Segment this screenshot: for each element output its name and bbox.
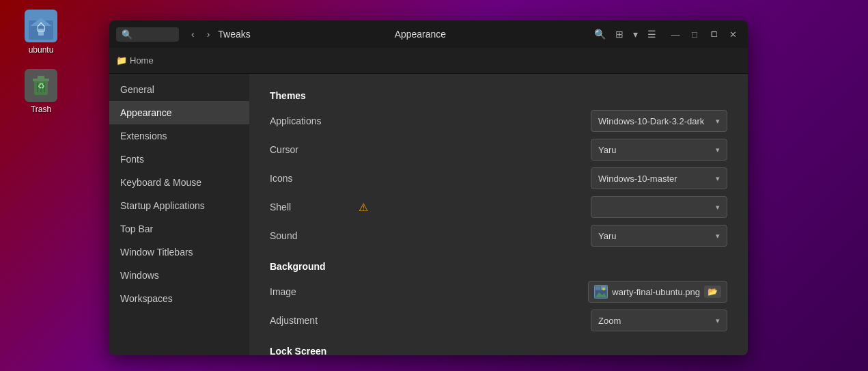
sound-label: Sound	[270, 230, 352, 241]
app-title: Tweaks	[218, 29, 250, 40]
desktop-icon-home[interactable]: ubuntu	[14, 5, 68, 59]
sidebar-item-general[interactable]: General	[109, 78, 249, 101]
search-input[interactable]	[132, 29, 173, 40]
shell-dropdown-arrow: ▾	[716, 203, 720, 212]
cursor-label: Cursor	[270, 144, 352, 155]
icons-row: Icons Windows-10-master ▾	[270, 167, 727, 190]
bg-image-control: warty-final-ubuntu.png 📂	[588, 281, 727, 303]
close-button[interactable]: ✕	[725, 26, 741, 42]
bg-image-browse-button[interactable]: 📂	[704, 286, 721, 298]
svg-rect-12	[596, 286, 600, 290]
window-controls: — □ ⧠ ✕	[667, 26, 741, 42]
svg-rect-6	[38, 76, 44, 79]
themes-header: Themes	[270, 90, 727, 101]
view-toggle-button[interactable]: ▾	[629, 26, 642, 42]
bg-adjustment-dropdown[interactable]: Zoom ▾	[591, 310, 727, 331]
sidebar-item-extensions[interactable]: Extensions	[109, 124, 249, 148]
sound-dropdown[interactable]: Yaru ▾	[591, 225, 727, 247]
sidebar-item-startup-applications[interactable]: Startup Applications	[109, 194, 249, 217]
trash-icon-label: Trash	[31, 105, 51, 114]
icons-label: Icons	[270, 173, 352, 184]
applications-dropdown-arrow: ▾	[716, 117, 720, 126]
trash-icon: ♻	[25, 69, 57, 102]
menu-button[interactable]: ☰	[643, 26, 660, 42]
search-bar[interactable]: 🔍	[116, 27, 179, 42]
cursor-dropdown[interactable]: Yaru ▾	[591, 139, 727, 161]
shell-row: Shell ⚠ ▾	[270, 195, 727, 219]
header-bar: 📁 Home	[109, 48, 748, 74]
sidebar-item-fonts[interactable]: Fonts	[109, 148, 249, 171]
icons-value: Windows-10-master	[598, 174, 677, 184]
sidebar-item-top-bar[interactable]: Top Bar	[109, 217, 249, 241]
search-toggle-button[interactable]: 🔍	[590, 26, 610, 42]
maximize-button[interactable]: ⧠	[705, 26, 722, 42]
sidebar-item-window-titlebars[interactable]: Window Titlebars	[109, 241, 249, 264]
tweaks-window: 🔍 ‹ › Tweaks Appearance 🔍 ⊞ ▾ ☰ — □ ⧠ ✕ …	[109, 20, 748, 355]
home-folder-icon	[25, 10, 57, 42]
shell-label: Shell	[270, 202, 352, 212]
icons-dropdown-arrow: ▾	[716, 174, 720, 183]
bg-image-picker[interactable]: warty-final-ubuntu.png 📂	[588, 281, 727, 303]
forward-button[interactable]: ›	[203, 26, 214, 42]
background-header: Background	[270, 261, 727, 272]
back-button[interactable]: ‹	[187, 26, 199, 42]
titlebar: 🔍 ‹ › Tweaks Appearance 🔍 ⊞ ▾ ☰ — □ ⧠ ✕	[109, 20, 748, 48]
icons-control: Windows-10-master ▾	[591, 167, 727, 189]
svg-point-16	[602, 288, 605, 290]
window-title: Appearance	[251, 29, 590, 40]
lock-screen-header: Lock Screen	[270, 346, 727, 355]
svg-marker-2	[30, 18, 52, 26]
sound-row: Sound Yaru ▾	[270, 224, 727, 247]
cursor-control: Yaru ▾	[591, 139, 727, 161]
bg-adjustment-control: Zoom ▾	[591, 310, 727, 331]
breadcrumb-home[interactable]: 📁 Home	[116, 55, 154, 66]
sidebar: General Appearance Extensions Fonts Keyb…	[109, 74, 249, 355]
main-panel: Themes Applications Windows-10-Dark-3.2-…	[249, 74, 748, 355]
lock-screen-section: Lock Screen Image	[270, 346, 727, 355]
applications-value: Windows-10-Dark-3.2-dark	[598, 116, 704, 126]
background-section: Background Image	[270, 261, 727, 332]
bg-adjustment-dropdown-arrow: ▾	[716, 316, 720, 325]
cursor-dropdown-arrow: ▾	[716, 146, 720, 154]
applications-control: Windows-10-Dark-3.2-dark ▾	[591, 110, 727, 132]
home-breadcrumb-icon: 📁	[116, 55, 127, 66]
cursor-value: Yaru	[598, 145, 617, 155]
desktop-icon-trash[interactable]: ♻ Trash	[14, 65, 68, 118]
shell-dropdown[interactable]: ▾	[591, 196, 727, 218]
sound-dropdown-arrow: ▾	[716, 232, 720, 241]
shell-warning-icon: ⚠	[359, 201, 368, 214]
applications-dropdown[interactable]: Windows-10-Dark-3.2-dark ▾	[591, 110, 727, 132]
content-area: General Appearance Extensions Fonts Keyb…	[109, 74, 748, 355]
sidebar-item-keyboard-mouse[interactable]: Keyboard & Mouse	[109, 171, 249, 194]
bg-adjustment-label: Adjustment	[270, 315, 352, 326]
sound-value: Yaru	[598, 231, 617, 241]
restore-button[interactable]: □	[686, 26, 703, 42]
minimize-button[interactable]: —	[667, 26, 684, 42]
cursor-row: Cursor Yaru ▾	[270, 138, 727, 161]
home-icon-label: ubuntu	[29, 45, 54, 55]
bg-image-thumbnail	[594, 285, 608, 299]
svg-rect-3	[38, 29, 44, 36]
breadcrumb-label: Home	[130, 55, 154, 66]
sidebar-item-workspaces[interactable]: Workspaces	[109, 287, 249, 310]
icons-dropdown[interactable]: Windows-10-master ▾	[591, 167, 727, 189]
sidebar-item-appearance[interactable]: Appearance	[109, 101, 249, 124]
view-grid-button[interactable]: ⊞	[611, 26, 628, 42]
themes-section: Themes Applications Windows-10-Dark-3.2-…	[270, 90, 727, 247]
bg-adjustment-value: Zoom	[598, 316, 621, 326]
bg-image-row: Image	[270, 280, 727, 303]
bg-image-label: Image	[270, 286, 352, 297]
search-icon: 🔍	[122, 29, 132, 40]
shell-control: ▾	[591, 196, 727, 218]
svg-rect-0	[31, 25, 51, 36]
bg-adjustment-row: Adjustment Zoom ▾	[270, 309, 727, 332]
bg-image-filename: warty-final-ubuntu.png	[612, 287, 700, 297]
sidebar-item-windows[interactable]: Windows	[109, 264, 249, 287]
svg-text:♻: ♻	[38, 81, 45, 91]
applications-label: Applications	[270, 115, 352, 126]
applications-row: Applications Windows-10-Dark-3.2-dark ▾	[270, 109, 727, 133]
sound-control: Yaru ▾	[591, 225, 727, 247]
